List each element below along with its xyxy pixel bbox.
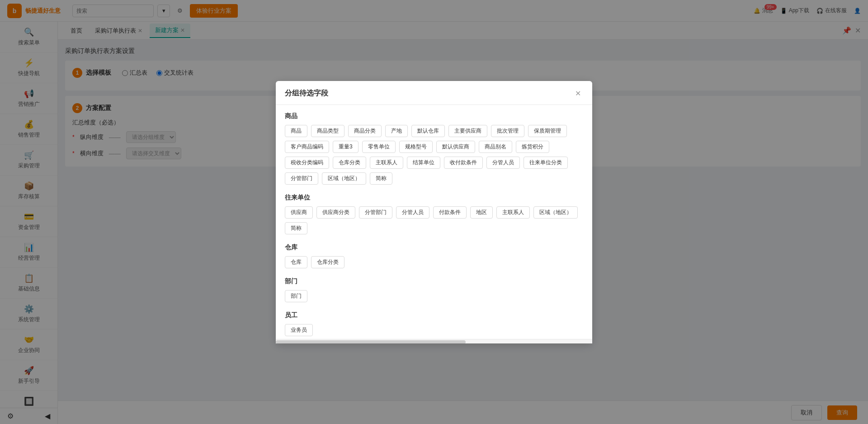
modal-title: 分组待选字段 [285, 89, 328, 98]
field-tag[interactable]: 仓库分类 [311, 256, 344, 268]
field-tag[interactable]: 税收分类编码 [285, 157, 329, 169]
field-tag[interactable]: 收付款条件 [444, 157, 483, 169]
field-tag[interactable]: 区域（地区） [322, 172, 366, 185]
field-group-employee: 员工 业务员 [285, 311, 583, 336]
field-tag[interactable]: 商品类型 [311, 125, 344, 137]
field-tag[interactable]: 往来单位分类 [524, 157, 568, 169]
field-tags-warehouse: 仓库 仓库分类 [285, 256, 583, 268]
field-tag[interactable]: 结算单位 [407, 157, 440, 169]
field-group-department: 部门 部门 [285, 277, 583, 302]
field-tags-partner: 供应商 供应商分类 分管部门 分管人员 付款条件 地区 主联系人 区域（地区） … [285, 206, 583, 234]
field-group-title-department: 部门 [285, 277, 583, 286]
field-tag[interactable]: 商品分类 [348, 125, 382, 137]
field-tag[interactable]: 供应商 [285, 206, 313, 219]
field-tag[interactable]: 分管部门 [359, 206, 392, 219]
field-group-title-employee: 员工 [285, 311, 583, 319]
field-tags-employee: 业务员 [285, 324, 583, 336]
modal-body: 商品 商品 商品类型 商品分类 产地 默认仓库 主要供应商 批次管理 保质期管理… [276, 105, 592, 339]
modal-close-button[interactable]: ✕ [572, 88, 583, 99]
field-tag[interactable]: 地区 [470, 206, 493, 219]
field-group-warehouse: 仓库 仓库 仓库分类 [285, 243, 583, 268]
field-tag[interactable]: 默认仓库 [411, 125, 445, 137]
field-tag[interactable]: 仓库分类 [333, 157, 366, 169]
modal-horizontal-scrollbar[interactable] [276, 339, 592, 343]
field-tag[interactable]: 保质期管理 [528, 125, 567, 137]
field-group-goods: 商品 商品 商品类型 商品分类 产地 默认仓库 主要供应商 批次管理 保质期管理… [285, 112, 583, 185]
field-tag[interactable]: 默认供应商 [436, 141, 475, 153]
field-select-modal: 分组待选字段 ✕ 商品 商品 商品类型 商品分类 产地 默认仓库 主要供应商 批… [276, 81, 592, 343]
field-tag[interactable]: 分管人员 [396, 206, 429, 219]
field-tag[interactable]: 商品 [285, 125, 307, 137]
field-tag[interactable]: 主联系人 [370, 157, 403, 169]
modal-overlay: 分组待选字段 ✕ 商品 商品 商品类型 商品分类 产地 默认仓库 主要供应商 批… [0, 0, 868, 424]
field-tag[interactable]: 主联系人 [496, 206, 530, 219]
field-tag[interactable]: 产地 [385, 125, 408, 137]
field-tag[interactable]: 付款条件 [433, 206, 467, 219]
field-tag[interactable]: 炼货积分 [516, 141, 549, 153]
field-group-title-goods: 商品 [285, 112, 583, 120]
field-group-partner: 往来单位 供应商 供应商分类 分管部门 分管人员 付款条件 地区 主联系人 区域… [285, 194, 583, 234]
field-tag[interactable]: 分管部门 [285, 172, 318, 185]
field-tag[interactable]: 部门 [285, 290, 307, 302]
field-tags-goods: 商品 商品类型 商品分类 产地 默认仓库 主要供应商 批次管理 保质期管理 客户… [285, 125, 583, 185]
field-tag[interactable]: 简称 [370, 172, 392, 185]
field-tag[interactable]: 商品别名 [479, 141, 512, 153]
field-tag[interactable]: 零售单位 [362, 141, 396, 153]
field-tag[interactable]: 区域（地区） [533, 206, 578, 219]
field-tag[interactable]: 简称 [285, 222, 307, 234]
field-tag[interactable]: 批次管理 [491, 125, 524, 137]
modal-header: 分组待选字段 ✕ [276, 81, 592, 105]
field-group-title-partner: 往来单位 [285, 194, 583, 202]
field-tag[interactable]: 规格型号 [399, 141, 433, 153]
field-tag[interactable]: 重量3 [333, 141, 359, 153]
field-tag[interactable]: 供应商分类 [316, 206, 355, 219]
field-tag[interactable]: 主要供应商 [448, 125, 487, 137]
field-tag[interactable]: 客户商品编码 [285, 141, 329, 153]
field-group-title-warehouse: 仓库 [285, 243, 583, 252]
field-tag[interactable]: 业务员 [285, 324, 313, 336]
field-tags-department: 部门 [285, 290, 583, 302]
modal-hscroll-thumb [276, 340, 466, 343]
field-tag[interactable]: 仓库 [285, 256, 307, 268]
field-tag[interactable]: 分管人员 [486, 157, 520, 169]
